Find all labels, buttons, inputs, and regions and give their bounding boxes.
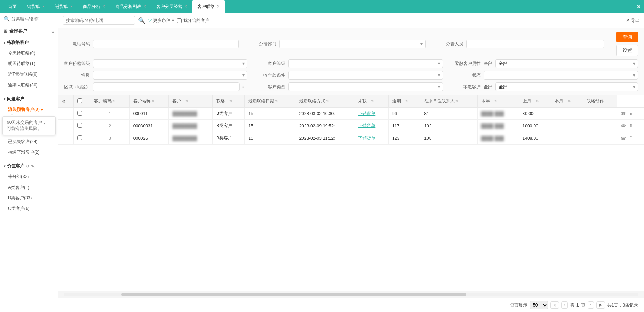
- sort-contact[interactable]: ⇅: [229, 99, 232, 103]
- sidebar-all-customers[interactable]: ⊞ 全部客户 «: [0, 25, 58, 37]
- arrow-icon-pending: ▾: [4, 41, 5, 45]
- filter-payment-select[interactable]: [288, 71, 443, 80]
- edit-icon[interactable]: ✎: [31, 164, 35, 169]
- row-more-action[interactable]: ⠿: [629, 123, 633, 129]
- row-last-method[interactable]: 下销货单: [354, 120, 389, 132]
- sidebar-section-value[interactable]: ▾ 价值客户 ↺ ✎: [0, 161, 58, 171]
- page-size-select[interactable]: 50 100: [530, 301, 548, 309]
- tab-product-analysis[interactable]: 商品分析 ×: [78, 0, 110, 13]
- settings-icon[interactable]: ⚙: [62, 99, 66, 104]
- row-contact-person: ████ ███: [477, 108, 519, 120]
- filter-retail-select[interactable]: 全部: [495, 82, 638, 91]
- row-action-btns[interactable]: ☎ ⠿: [617, 132, 644, 145]
- row-contact-action[interactable]: ☎: [621, 136, 626, 141]
- window-close-btn[interactable]: ✕: [636, 3, 641, 10]
- row-more-action[interactable]: ⠿: [629, 136, 633, 141]
- filter-price-level-wrap: [93, 59, 247, 68]
- row-name: ████████: [169, 108, 213, 120]
- sort-last-method[interactable]: ⇅: [326, 99, 329, 103]
- filter-search-input[interactable]: [63, 16, 135, 25]
- filter-nature-select[interactable]: [93, 71, 247, 80]
- row-action-btns[interactable]: ☎ ⠿: [617, 108, 644, 120]
- filter-price-level-select[interactable]: [93, 59, 247, 68]
- th-settings[interactable]: ⚙: [58, 95, 74, 108]
- row-action-btns[interactable]: ☎ ⠿: [617, 120, 644, 132]
- row-more-action[interactable]: ⠿: [629, 111, 633, 116]
- first-page-btn[interactable]: ⊲: [550, 301, 559, 309]
- sort-name[interactable]: ⇅: [152, 99, 154, 103]
- sort-this-year[interactable]: ⇅: [494, 99, 497, 103]
- sidebar-item-today[interactable]: 今天待联络(0): [0, 48, 58, 58]
- sidebar-search-input[interactable]: [11, 16, 54, 21]
- sort-last-date[interactable]: ⇅: [275, 99, 278, 103]
- th-checkbox[interactable]: [74, 95, 90, 108]
- tab-product-list-close[interactable]: ×: [144, 4, 146, 9]
- filter-more-btn[interactable]: ▽ 更多条件 ▾: [148, 17, 174, 24]
- filter-region-input[interactable]: [93, 82, 240, 91]
- tab-purchase-close[interactable]: ×: [70, 4, 73, 9]
- filter-dept-select-wrap: [279, 40, 425, 48]
- tab-home[interactable]: 首页: [3, 0, 22, 13]
- row-code: 00030031: [129, 120, 168, 132]
- filter-customer-level-select[interactable]: [288, 59, 443, 68]
- filter-region-dots[interactable]: ···: [240, 84, 247, 89]
- sidebar-item-c-class[interactable]: C类客户(6): [0, 203, 58, 214]
- th-action: 联络动作: [583, 95, 617, 108]
- export-btn[interactable]: ↗ 导出: [626, 17, 640, 24]
- row-checkbox[interactable]: [74, 108, 90, 120]
- row-checkbox[interactable]: [74, 132, 90, 145]
- sidebar-section-pending[interactable]: ▾ 待联络客户: [0, 37, 58, 48]
- horizontal-scrollbar[interactable]: [64, 293, 638, 296]
- sidebar-item-7days[interactable]: 近7天待联络(0): [0, 69, 58, 80]
- sidebar-item-b-class[interactable]: B类客户(33): [0, 193, 58, 203]
- filter-search-btn[interactable]: 🔍: [138, 17, 145, 24]
- filter-manager-input[interactable]: [466, 40, 604, 48]
- tab-customer-contact-close[interactable]: ×: [217, 4, 220, 9]
- row-last-method[interactable]: 下销货单: [354, 132, 389, 145]
- sort-last-month[interactable]: ⇅: [536, 99, 539, 103]
- sidebar-item-churn-warning[interactable]: 流失预警客户(3) ●: [0, 104, 58, 115]
- tab-customer-tier-close[interactable]: ×: [185, 4, 187, 9]
- settings-btn[interactable]: 设置: [616, 45, 638, 56]
- my-customers-checkbox[interactable]: [177, 18, 182, 23]
- sort-contact-person[interactable]: ⇅: [455, 99, 458, 103]
- last-page-btn[interactable]: ⊳: [596, 301, 605, 309]
- sort-code[interactable]: ⇅: [112, 99, 115, 103]
- tab-purchase[interactable]: 进货单 ×: [50, 0, 78, 13]
- query-btn[interactable]: 查询: [616, 32, 638, 42]
- sidebar-item-declining[interactable]: 持续下滑客户(2): [0, 147, 58, 158]
- sidebar-item-churned[interactable]: 已流失客户(24): [0, 137, 58, 147]
- next-page-btn[interactable]: ›: [588, 301, 594, 309]
- row-contact-action[interactable]: ☎: [621, 123, 626, 129]
- filter-phone-input[interactable]: [93, 40, 239, 48]
- my-customers-filter[interactable]: 我分管的客户: [177, 17, 209, 24]
- row-checkbox[interactable]: [74, 120, 90, 132]
- select-all-checkbox[interactable]: [77, 98, 82, 103]
- tab-sales-close[interactable]: ×: [42, 4, 45, 9]
- tab-product-list[interactable]: 商品分析列表 ×: [110, 0, 151, 13]
- row-last-method[interactable]: 下销货单: [354, 108, 389, 120]
- filter-retail-attr-select[interactable]: 全部: [495, 59, 638, 68]
- filter-dept-select[interactable]: [279, 40, 425, 48]
- tab-product-analysis-close[interactable]: ×: [102, 4, 105, 9]
- filter-cust-type-select[interactable]: [288, 82, 443, 91]
- filter-nature-select-wrap: [93, 71, 247, 80]
- tab-customer-tier[interactable]: 客户分层经营 ×: [151, 0, 192, 13]
- tab-customer-contact[interactable]: 客户联络 ×: [192, 0, 225, 13]
- sidebar-item-overdue[interactable]: 逾期未联络(30): [0, 80, 58, 90]
- prev-page-btn[interactable]: ‹: [561, 301, 568, 309]
- filter-manager-dots[interactable]: ···: [604, 41, 612, 46]
- sort-overdue[interactable]: ⇅: [405, 99, 408, 103]
- row-contact-action[interactable]: ☎: [621, 111, 626, 116]
- filter-status-select[interactable]: [484, 71, 638, 80]
- sort-ctype[interactable]: ⇅: [185, 99, 188, 103]
- sort-unlisted[interactable]: ⇅: [371, 99, 374, 103]
- tab-sales[interactable]: 销货单 ×: [22, 0, 50, 13]
- sort-this-month[interactable]: ⇅: [568, 99, 571, 103]
- sidebar-section-problem[interactable]: ▾ 问题客户: [0, 94, 58, 104]
- refresh-icon[interactable]: ↺: [26, 164, 29, 169]
- sidebar-item-a-class[interactable]: A类客户(1): [0, 182, 58, 193]
- sidebar-item-ungrouped[interactable]: 未分组(32): [0, 171, 58, 182]
- sidebar-item-tomorrow[interactable]: 明天待联络(1): [0, 58, 58, 69]
- scroll-thumb[interactable]: [121, 293, 466, 296]
